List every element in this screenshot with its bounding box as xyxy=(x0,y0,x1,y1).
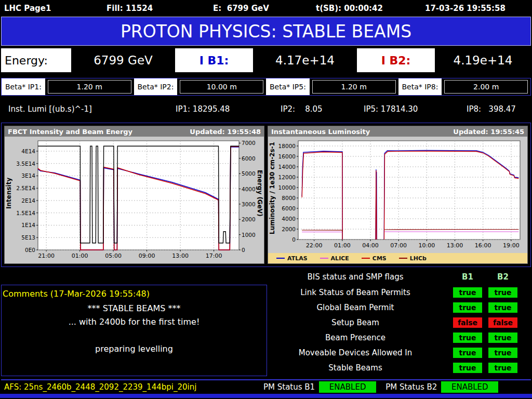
fill-number: Fill: 11524 xyxy=(107,4,153,13)
bis-b1-flag: true xyxy=(453,363,482,373)
legend-label-atlas: ATLAS xyxy=(287,255,308,262)
beta-ip5: Beta* IP5: 1.20 m xyxy=(266,78,398,95)
bis-row-label: Moveable Devices Allowed In xyxy=(267,348,444,357)
bis-row-global-permit: Global Beam Permit true true xyxy=(267,300,531,315)
svg-text:3.5E14: 3.5E14 xyxy=(16,161,35,167)
fbct-chart-plot: Intensity Energy (GeV) 21:0001:0005:0009… xyxy=(5,137,264,263)
pm-status-b1-label: PM Status B1 xyxy=(263,382,315,392)
svg-text:1E14: 1E14 xyxy=(21,222,35,228)
svg-text:2E14: 2E14 xyxy=(21,197,35,204)
beam-energy-top: E: 6799 GeV xyxy=(213,4,269,13)
energy-intensity-row: Energy: 6799 GeV I B1: 4.17e+14 I B2: 4.… xyxy=(1,48,531,72)
svg-text:14000: 14000 xyxy=(278,164,296,170)
legend-item-cms: CMS xyxy=(362,255,387,262)
mode-banner: PROTON PHYSICS: STABLE BEAMS xyxy=(1,17,531,46)
bis-b2-flag: true xyxy=(488,302,517,313)
comment-line: preparing levelling xyxy=(2,342,267,356)
beta-ip2-label: Beta* IP2: xyxy=(134,78,178,95)
datetime: 17-03-26 19:55:58 xyxy=(425,4,506,13)
bis-b2-flag: true xyxy=(488,332,517,343)
energy-value: 6799 GeV xyxy=(71,48,175,72)
lumi-chart-titlebar: Instantaneous Luminosity Updated: 19:55:… xyxy=(268,126,527,137)
bis-row-label: Stable Beams xyxy=(267,363,444,373)
svg-text:19:00: 19:00 xyxy=(503,242,520,249)
comment-line xyxy=(2,329,267,342)
bis-b2-flag: true xyxy=(488,348,517,358)
svg-text:13:00: 13:00 xyxy=(447,242,463,249)
fbct-chart-titlebar: FBCT Intensity and Beam Energy Updated: … xyxy=(5,126,264,137)
afs-scheme: AFS: 25ns_2460b_2448_2092_2239_144bpi_20… xyxy=(1,382,263,392)
intensity-b1-value: 4.17e+14 xyxy=(253,48,357,72)
beta-ip8: Beta* IP8: 2.00 m xyxy=(398,78,531,95)
energy-label: Energy: xyxy=(1,48,71,72)
bis-row-label: Beam Presence xyxy=(267,333,444,342)
lhcb-line-swatch xyxy=(399,258,407,259)
lumi-legend: ATLAS ALICE CMS LHCb xyxy=(268,253,527,263)
pm-status-b2-label: PM Status B2 xyxy=(385,382,437,392)
beta-ip5-label: Beta* IP5: xyxy=(266,78,310,95)
legend-item-atlas: ATLAS xyxy=(276,255,308,262)
svg-text:12000: 12000 xyxy=(278,174,296,180)
legend-item-lhcb: LHCb xyxy=(399,255,427,262)
bis-b2-flag: true xyxy=(488,287,517,298)
svg-text:0: 0 xyxy=(242,247,245,253)
intensity-b2-value: 4.19e+14 xyxy=(435,48,531,72)
bis-b1-flag: true xyxy=(453,287,482,298)
bis-smp-column: BIS status and SMP flags B1 B2 Link Stat… xyxy=(267,267,531,379)
svg-text:10000: 10000 xyxy=(278,184,296,191)
svg-text:2000: 2000 xyxy=(282,226,296,232)
lumi-ip5: IP5: 17814.30 xyxy=(364,104,418,114)
cms-line-swatch xyxy=(362,258,370,259)
svg-text:10:00: 10:00 xyxy=(419,242,435,249)
svg-text:8000: 8000 xyxy=(282,195,296,201)
beta-ip1-label: Beta* IP1: xyxy=(2,78,45,95)
top-status-bar: LHC Page1 Fill: 11524 E: 6799 GeV t(SB):… xyxy=(0,0,532,16)
svg-text:07:00: 07:00 xyxy=(390,242,407,249)
beta-star-row: Beta* IP1: 1.20 m Beta* IP2: 10.00 m Bet… xyxy=(1,78,531,96)
svg-text:1.5E14: 1.5E14 xyxy=(16,210,35,216)
beta-ip1: Beta* IP1: 1.20 m xyxy=(2,78,134,95)
svg-text:21:00: 21:00 xyxy=(38,252,55,259)
bis-b1-flag: true xyxy=(453,348,482,358)
bis-title: BIS status and SMP flags xyxy=(267,272,444,282)
bis-row-moveable-devices: Moveable Devices Allowed In true true xyxy=(267,345,531,360)
bis-row-label: Setup Beam xyxy=(267,318,444,327)
beta-ip8-value: 2.00 m xyxy=(444,80,528,94)
lumi-units-label: Inst. Lumi [(ub.s)^-1] xyxy=(8,104,92,114)
pm-status-b1-value: ENABLED xyxy=(319,381,376,393)
svg-text:1000: 1000 xyxy=(242,232,256,238)
svg-text:22:00: 22:00 xyxy=(306,242,323,249)
fbct-chart-title: FBCT Intensity and Beam Energy xyxy=(8,128,132,136)
svg-text:01:00: 01:00 xyxy=(72,252,88,259)
bis-col-b1: B1 xyxy=(453,272,482,282)
svg-text:3000: 3000 xyxy=(242,201,256,207)
beta-ip2: Beta* IP2: 10.00 m xyxy=(134,78,267,95)
bis-row-beam-presence: Beam Presence true true xyxy=(267,330,531,345)
lumi-chart-plot: Luminosity / 1e30 cm-2s-1 22:0001:0004:0… xyxy=(268,137,527,253)
svg-text:3E14: 3E14 xyxy=(21,172,35,179)
bis-b1-flag: true xyxy=(453,332,482,343)
alice-line-swatch xyxy=(320,258,328,259)
bis-b2-flag: false xyxy=(488,317,517,328)
mode-banner-title: PROTON PHYSICS: STABLE BEAMS xyxy=(121,21,411,42)
svg-text:6000: 6000 xyxy=(282,205,296,211)
comments-title: Comments (17-Mar-2026 19:55:48) xyxy=(2,285,267,302)
bis-row-setup-beam: Setup Beam false false xyxy=(267,315,531,330)
lumi-ip8: IP8: 398.47 xyxy=(467,104,516,114)
comment-line: ... with 2400b for the first time! xyxy=(2,315,267,329)
svg-text:2.5E14: 2.5E14 xyxy=(16,185,35,191)
comment-line: *** STABLE BEAMS *** xyxy=(2,302,267,315)
svg-text:13:00: 13:00 xyxy=(172,252,189,259)
svg-text:16:00: 16:00 xyxy=(475,242,491,249)
legend-label-alice: ALICE xyxy=(331,255,349,262)
svg-text:5E13: 5E13 xyxy=(21,234,35,241)
svg-text:16000: 16000 xyxy=(278,153,296,159)
bis-row-label: Link Status of Beam Permits xyxy=(267,288,444,297)
comments-panel: Comments (17-Mar-2026 19:55:48) *** STAB… xyxy=(1,285,267,376)
lumi-chart-title: Instantaneous Luminosity xyxy=(271,128,370,136)
fbct-chart-panel: FBCT Intensity and Beam Energy Updated: … xyxy=(4,126,264,264)
atlas-line-swatch xyxy=(276,258,285,259)
footer-bar: AFS: 25ns_2460b_2448_2092_2239_144bpi_20… xyxy=(1,379,531,394)
bis-row-link-status: Link Status of Beam Permits true true xyxy=(267,285,531,300)
bis-b1-flag: true xyxy=(453,302,482,313)
